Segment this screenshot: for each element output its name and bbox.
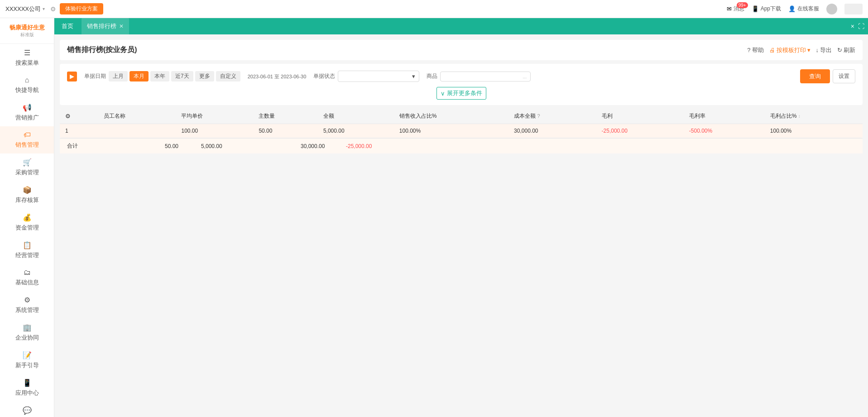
col-cost: 成本全额 ? xyxy=(508,109,596,124)
row-avg-price: 100.00 xyxy=(176,124,253,138)
company-selector[interactable]: XXXXXX公司 ▾ xyxy=(5,5,45,13)
print-button[interactable]: 🖨 按模板打印 ▾ xyxy=(769,46,810,54)
page-title: 销售排行榜(按业务员) xyxy=(67,45,137,55)
date-btn-7days[interactable]: 近7天 xyxy=(171,71,193,81)
app-label: App下载 xyxy=(761,5,781,13)
footer-cost: 30,000.00 xyxy=(301,143,346,149)
table-body: 1 100.00 50.00 5,000.00 100.00% 30,000.0… xyxy=(60,124,863,138)
purchase-icon: 🛒 xyxy=(23,158,32,167)
tab-fullscreen-icon[interactable]: ⛶ xyxy=(858,23,864,30)
footer-gross: -25,000.00 xyxy=(346,143,391,149)
col-gross: 毛利 xyxy=(596,109,684,124)
sidebar-item-guide[interactable]: 📝 新手引导 xyxy=(0,346,54,374)
sidebar-item-basic[interactable]: 🗂 基础信息 xyxy=(0,264,54,291)
filter-bar: ▶ 单据日期 上月 本月 本年 近7天 更多 自定义 xyxy=(60,64,863,105)
wechat-icon: 💬 xyxy=(23,406,32,415)
main-layout: 畅康通好生意 标准版 ☰ 搜索菜单 ⌂ 快捷导航 📢 营销推广 🏷 销售管理 🛒… xyxy=(0,18,868,417)
finance-icon: 💰 xyxy=(23,213,32,222)
sidebar-item-enterprise[interactable]: 🏢 企业协同 xyxy=(0,319,54,346)
footer-qty: 50.00 xyxy=(165,143,201,149)
goods-input-more: ... xyxy=(523,74,527,79)
sidebar-label-search-order: 搜索菜单 xyxy=(15,59,39,67)
filter-toggle-btn[interactable]: ▶ xyxy=(67,72,77,81)
date-btn-current-year[interactable]: 本年 xyxy=(150,71,169,81)
top-bar: XXXXXX公司 ▾ ⚙ 体验行业方案 ✉ 99+ 消息 📱 App下载 👤 在… xyxy=(0,0,868,18)
sidebar-item-wechat[interactable]: 💬 企业微信 xyxy=(0,402,54,417)
sidebar-item-search-order[interactable]: ☰ 搜索菜单 xyxy=(0,44,54,72)
tab-close-icon[interactable]: ✕ xyxy=(119,23,124,29)
expand-more-btn[interactable]: ∨ 展开更多条件 xyxy=(436,87,486,100)
search-order-icon: ☰ xyxy=(24,48,30,57)
table-footer: 合计 50.00 5,000.00 30,000.00 -25,000.00 xyxy=(60,138,863,153)
message-area[interactable]: ✉ 99+ 消息 xyxy=(727,5,744,13)
gross-pct-sort-icon[interactable]: ↕ xyxy=(798,114,801,119)
quick-nav-icon: ⌂ xyxy=(25,76,29,84)
row-rank: 1 xyxy=(60,124,98,138)
user-avatar[interactable] xyxy=(826,4,837,14)
sidebar-item-purchase[interactable]: 🛒 采购管理 xyxy=(0,153,54,181)
col-settings[interactable]: ⚙ xyxy=(60,109,98,124)
date-filter-buttons: 上月 本月 本年 近7天 更多 自定义 xyxy=(109,71,240,81)
inventory-icon: 📦 xyxy=(23,186,32,194)
sidebar: 畅康通好生意 标准版 ☰ 搜索菜单 ⌂ 快捷导航 📢 营销推广 🏷 销售管理 🛒… xyxy=(0,18,54,417)
help-button[interactable]: ? 帮助 xyxy=(747,46,763,54)
page-content: 销售排行榜(按业务员) ? 帮助 🖨 按模板打印 ▾ ↓ 导出 xyxy=(54,34,868,417)
tab-minimize-icon[interactable]: × xyxy=(851,23,854,30)
tab-bar-right: × ⛶ xyxy=(851,23,868,30)
date-btn-custom[interactable]: 自定义 xyxy=(216,71,240,81)
table-row: 1 100.00 50.00 5,000.00 100.00% 30,000.0… xyxy=(60,124,863,138)
sidebar-label-inventory: 库存核算 xyxy=(15,196,39,204)
sidebar-item-sales[interactable]: 🏷 销售管理 xyxy=(0,126,54,153)
sidebar-item-app-center[interactable]: 📱 应用中心 xyxy=(0,374,54,402)
col-gross-pct: 毛利占比% ↕ xyxy=(765,109,863,124)
company-settings-icon[interactable]: ⚙ xyxy=(50,5,56,13)
col-qty: 主数量 xyxy=(253,109,317,124)
print-label: 按模板打印 xyxy=(777,46,806,54)
sidebar-item-marketing[interactable]: 📢 营销推广 xyxy=(0,99,54,126)
col-avg-price: 平均单价 xyxy=(176,109,253,124)
col-gross-rate: 毛利率 xyxy=(684,109,765,124)
sidebar-item-operation[interactable]: 📋 经营管理 xyxy=(0,236,54,264)
filter-row: ▶ 单据日期 上月 本月 本年 近7天 更多 自定义 xyxy=(67,69,855,83)
help-label: 帮助 xyxy=(752,46,764,54)
date-btn-current-month[interactable]: 本月 xyxy=(129,71,149,81)
action-buttons: 查询 设置 xyxy=(800,69,855,83)
trial-button[interactable]: 体验行业方案 xyxy=(60,3,103,14)
expand-label: 展开更多条件 xyxy=(447,89,482,97)
export-button[interactable]: ↓ 导出 xyxy=(816,46,832,54)
sidebar-item-quick-nav[interactable]: ⌂ 快捷导航 xyxy=(0,72,54,99)
refresh-button[interactable]: ↻ 刷新 xyxy=(837,46,855,54)
tab-sales-rank[interactable]: 销售排行榜 ✕ xyxy=(82,18,129,34)
row-gross-pct: 100.00% xyxy=(765,124,863,138)
sidebar-label-enterprise: 企业协同 xyxy=(15,334,39,342)
sidebar-item-finance[interactable]: 💰 资金管理 xyxy=(0,209,54,236)
tab-home[interactable]: 首页 xyxy=(54,18,81,34)
date-btn-more[interactable]: 更多 xyxy=(195,71,214,81)
top-right-area: ✉ 99+ 消息 📱 App下载 👤 在线客服 xyxy=(727,4,863,14)
sidebar-item-inventory[interactable]: 📦 库存核算 xyxy=(0,181,54,209)
online-service-area[interactable]: 👤 在线客服 xyxy=(788,5,819,13)
company-chevron-icon: ▾ xyxy=(43,6,45,11)
row-qty: 50.00 xyxy=(253,124,317,138)
user-name-area[interactable] xyxy=(844,4,863,14)
logo-line1: 畅康通好生意 xyxy=(10,24,45,31)
col-sales-pct: 销售收入占比% xyxy=(394,109,508,124)
sidebar-label-quick-nav: 快捷导航 xyxy=(15,86,39,94)
content-area: 首页 销售排行榜 ✕ × ⛶ 销售排行榜(按业务员) ? 帮助 xyxy=(54,18,868,417)
app-icon: 📱 xyxy=(752,5,759,12)
refresh-icon: ↻ xyxy=(837,47,842,53)
sidebar-label-marketing: 营销推广 xyxy=(15,114,39,122)
query-button[interactable]: 查询 xyxy=(800,69,830,83)
app-download-area[interactable]: 📱 App下载 xyxy=(752,5,781,13)
settings-button[interactable]: 设置 xyxy=(833,69,855,83)
refresh-label: 刷新 xyxy=(844,46,855,54)
export-label: 导出 xyxy=(820,46,832,54)
sidebar-item-system[interactable]: ⚙ 系统管理 xyxy=(0,291,54,319)
cost-help-icon[interactable]: ? xyxy=(537,113,540,119)
status-select[interactable]: ▾ xyxy=(338,71,419,82)
status-filter-item: 单据状态 ▾ xyxy=(313,71,419,82)
table-settings-icon[interactable]: ⚙ xyxy=(65,113,71,120)
date-btn-prev-month[interactable]: 上月 xyxy=(109,71,128,81)
expand-chevron-icon: ∨ xyxy=(441,90,445,97)
goods-input[interactable]: ... xyxy=(440,72,531,81)
